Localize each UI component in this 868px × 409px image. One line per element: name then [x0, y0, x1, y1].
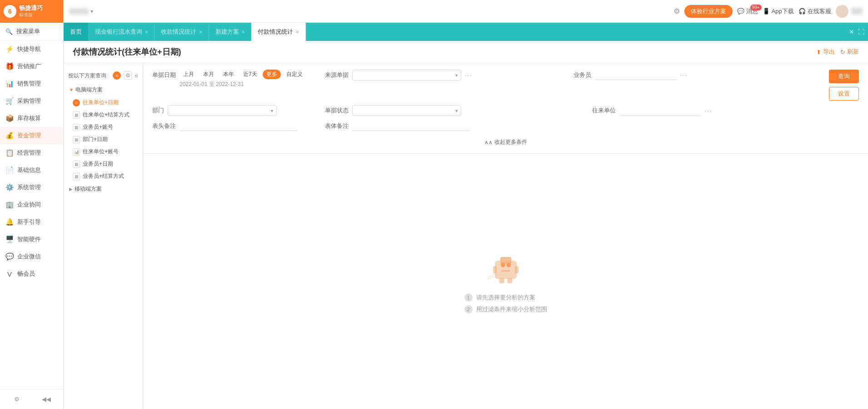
sidebar-footer-settings[interactable]: ⚙ [4, 393, 30, 405]
tab-home[interactable]: 首页 [64, 23, 89, 41]
date-custom[interactable]: 自定义 [283, 70, 306, 79]
system-icon: ⚙️ [5, 183, 14, 192]
schema-settings-btn[interactable]: ⚙ [124, 71, 132, 80]
partner-dots[interactable]: ··· [705, 107, 713, 114]
date-this-month[interactable]: 本月 [200, 70, 218, 79]
sidebar-item-purchase[interactable]: 🛒 采购管理 [0, 92, 63, 110]
schema-item-staff-account[interactable]: ▦ 业务员+账号 [64, 121, 143, 133]
schema-sidebar: 按以下方案查询 + ⚙ « ▼ 电脑端方案 ○ 往来单位+日期 [64, 63, 143, 409]
topbar-dropdown-arrow[interactable]: ▾ [90, 8, 93, 15]
filter-row-1: 单据日期 上月 本月 本年 近7天 更多 自定义 20 [152, 70, 859, 101]
tip-num-1: 1 [464, 293, 473, 302]
sidebar-item-capital[interactable]: 💰 资金管理 [0, 127, 63, 144]
source-bill-select[interactable] [352, 70, 461, 81]
date-this-year[interactable]: 本年 [219, 70, 238, 79]
sidebar-item-hardware[interactable]: 🖥️ 智能硬件 [0, 231, 63, 248]
member-icon: V [5, 270, 14, 278]
sidebar-item-label: 采购管理 [17, 97, 41, 105]
sidebar-item-quicknav[interactable]: ⚡ 快捷导航 [0, 40, 63, 58]
svg-rect-7 [499, 278, 504, 283]
tab-receipt-close[interactable]: × [199, 29, 202, 35]
date-7days[interactable]: 近7天 [239, 70, 261, 79]
schema-add-btn[interactable]: + [113, 71, 121, 80]
schema-item-unit-account[interactable]: 📊 往来单位+账号 [64, 146, 143, 158]
export-icon: ⬆ [816, 49, 821, 56]
sidebar-item-label: 畅会员 [17, 270, 35, 278]
refresh-label: 刷新 [847, 48, 859, 56]
dept-select[interactable] [168, 105, 277, 116]
staff-input[interactable] [595, 70, 677, 80]
sidebar-item-wechat[interactable]: 💬 企业微信 [0, 248, 63, 265]
online-service-label: 在线客服 [808, 7, 831, 15]
bill-date-range: 2022-01-01 至 2022-12-31 [180, 81, 306, 88]
tip-num-2: 2 [464, 305, 473, 313]
collapse-up-icon: ∧∧ [484, 139, 493, 146]
sidebar-item-inventory[interactable]: 📦 库存核算 [0, 110, 63, 127]
schema-item-dept-date[interactable]: ▦ 部门+日期 [64, 133, 143, 146]
tab-bank[interactable]: 现金银行流水查询 × [89, 23, 155, 41]
query-button[interactable]: 查询 [829, 70, 859, 83]
app-logo: 6 [4, 5, 16, 18]
sidebar-item-label: 库存核算 [17, 114, 41, 122]
message-button[interactable]: 💬 消息 99+ [737, 7, 758, 15]
app-download-button[interactable]: 📱 App下载 [763, 7, 794, 15]
sidebar-item-guide[interactable]: 🔔 新手引导 [0, 213, 63, 231]
inventory-icon: 📦 [5, 114, 14, 122]
schema-section-desktop[interactable]: ▼ 电脑端方案 [64, 83, 143, 96]
sidebar-item-marketing[interactable]: 🎁 营销推广 [0, 58, 63, 75]
tab-payment[interactable]: 付款情况统计 × [251, 23, 305, 41]
tab-close-all-icon[interactable]: ✕ [849, 28, 854, 35]
breadcrumb: ············· ▾ [69, 8, 669, 15]
staff-label: 业务员 [574, 71, 591, 79]
empty-tip-2: 2 用过滤条件来缩小分析范围 [464, 305, 547, 313]
tab-bank-close[interactable]: × [145, 29, 148, 35]
header-note-input[interactable] [180, 121, 298, 131]
sidebar-item-sales[interactable]: 📊 销售管理 [0, 75, 63, 92]
trial-button[interactable]: 体验行业方案 [684, 5, 733, 18]
schema-item-label: 业务员+结算方式 [83, 172, 124, 180]
online-service-button[interactable]: 🎧 在线客服 [798, 7, 831, 15]
staff-dots[interactable]: ··· [680, 71, 688, 78]
body-note-input[interactable] [352, 121, 470, 131]
collapse-more-btn[interactable]: ∧∧ 收起更多条件 [152, 135, 859, 150]
sidebar-item-system[interactable]: ⚙️ 系统管理 [0, 179, 63, 196]
schema-item-staff-date[interactable]: ▦ 业务员+日期 [64, 158, 143, 170]
bill-status-select[interactable] [352, 105, 461, 116]
partner-input[interactable] [619, 106, 701, 116]
date-more[interactable]: 更多 [263, 70, 281, 79]
filter-panel: 单据日期 上月 本月 本年 近7天 更多 自定义 20 [143, 63, 868, 154]
source-bill-dots[interactable]: ··· [465, 72, 473, 79]
filter-row-2: 部门 ▾ 单据状态 ▾ [152, 105, 859, 116]
schema-item-unit-settle[interactable]: ▦ 往来单位+结算方式 [64, 109, 143, 121]
tab-payment-close[interactable]: × [296, 29, 299, 35]
schema-item-unit-date[interactable]: ○ 往来单位+日期 [64, 96, 143, 109]
export-label: 导出 [823, 48, 835, 56]
schema-item-staff-settle[interactable]: ▦ 业务员+结算方式 [64, 170, 143, 182]
sidebar-item-search[interactable]: 🔍 搜索菜单 [0, 23, 63, 40]
schema-table-icon4: ▦ [73, 161, 80, 168]
sidebar-footer-collapse[interactable]: ◀◀ [34, 393, 60, 405]
filter-settings-button[interactable]: 设置 [829, 87, 859, 101]
export-button[interactable]: ⬆ 导出 [816, 48, 835, 56]
sidebar-item-basic[interactable]: 📄 基础信息 [0, 162, 63, 179]
user-avatar-area[interactable]: ······· [836, 5, 863, 18]
filter-field-department: 部门 ▾ [152, 105, 325, 116]
refresh-button[interactable]: ↻ 刷新 [840, 48, 859, 56]
schema-section-mobile[interactable]: ▶ 移动端方案 [64, 182, 143, 196]
sidebar-item-operation[interactable]: 📋 经营管理 [0, 144, 63, 162]
tab-receipt[interactable]: 收款情况统计 × [155, 23, 209, 41]
tab-new-close[interactable]: × [242, 29, 244, 35]
schema-collapse-btn[interactable]: « [135, 72, 138, 79]
sidebar-item-member[interactable]: V 畅会员 [0, 265, 63, 283]
sidebar-item-enterprise[interactable]: 🏢 企业协同 [0, 196, 63, 213]
collapse-more-label: 收起更多条件 [494, 138, 527, 146]
service-icon: 🎧 [798, 8, 806, 15]
tab-maximize-icon[interactable]: ⛶ [858, 28, 864, 35]
guide-icon: 🔔 [5, 218, 14, 226]
sidebar-search-label: 搜索菜单 [16, 27, 40, 35]
topbar: ············· ▾ ⚙ 体验行业方案 💬 消息 99+ 📱 App下… [64, 0, 868, 23]
topbar-settings-icon[interactable]: ⚙ [673, 7, 680, 15]
tab-new[interactable]: 新建方案 × [209, 23, 251, 41]
username: ······· [851, 8, 863, 15]
date-last-month[interactable]: 上月 [180, 70, 198, 79]
